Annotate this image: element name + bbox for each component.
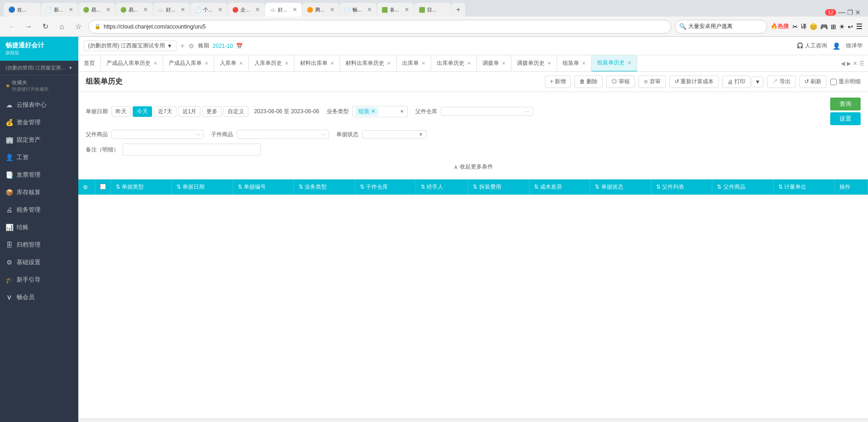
menu-icon[interactable]: ☰ — [856, 22, 862, 31]
tab-inbound-history[interactable]: 入库单历史 ✕ — [249, 55, 294, 72]
grid-icon[interactable]: ⊞ — [831, 23, 836, 30]
th-order-status[interactable]: ⇅ 单据状态 — [590, 179, 651, 195]
plus-icon[interactable]: + — [180, 42, 184, 50]
custom-date-btn[interactable]: 自定义 — [223, 106, 248, 117]
print-dropdown-btn[interactable]: ▼ — [751, 76, 763, 87]
tab-close-6[interactable]: ✕ — [387, 61, 391, 66]
new-tab-btn[interactable]: + — [452, 3, 465, 17]
th-checkbox[interactable] — [95, 179, 111, 195]
game-icon[interactable]: 🎮 — [820, 23, 828, 30]
forward-btn[interactable]: → — [22, 20, 35, 33]
prev-tab-btn[interactable]: ◀ — [841, 60, 845, 67]
browser-tab-6[interactable]: 📄 个... ✕ — [190, 3, 227, 17]
th-number[interactable]: ⇅ 单据编号 — [233, 179, 294, 195]
favorites-section[interactable]: ★ 收藏夹 快捷键打开收藏夹 — [0, 75, 78, 96]
menu-item-tax[interactable]: 🖨 税务管理 — [0, 201, 78, 219]
tab-assembly-history[interactable]: 组装单历史 ✕ — [592, 55, 637, 72]
tab-assembly[interactable]: 组装单 ✕ — [557, 55, 592, 72]
tab-close-4[interactable]: ✕ — [285, 61, 288, 66]
delete-btn[interactable]: 🗑 删除 — [575, 75, 603, 88]
menu-item-vip[interactable]: V 畅会员 — [0, 289, 78, 306]
menu-item-archive[interactable]: 🗄 归档管理 — [0, 236, 78, 254]
th-type[interactable]: ⇅ 单据类型 — [111, 179, 172, 195]
th-handler[interactable]: ⇅ 经手人 — [416, 179, 468, 195]
period-selector[interactable]: 账期 2021-10 📅 — [198, 42, 243, 50]
menu-item-fixed-assets[interactable]: 🏢 固定资产 — [0, 131, 78, 149]
home-btn[interactable]: ⌂ — [55, 20, 68, 33]
th-cost-diff[interactable]: ⇅ 成本差异 — [529, 179, 590, 195]
tab-material-out[interactable]: 材料出库单 ✕ — [294, 55, 340, 72]
brightness-icon[interactable]: ☀ — [839, 23, 845, 30]
th-parent-list[interactable]: ⇅ 父件列表 — [651, 179, 712, 195]
browser-tab-11[interactable]: 🟩 各... ✕ — [377, 3, 414, 17]
order-status-arrow[interactable]: ▼ — [418, 132, 423, 137]
next-tab-btn[interactable]: ▶ — [847, 60, 851, 67]
browser-tab-3[interactable]: 🟢 易... ✕ — [78, 3, 115, 17]
tab-product-in-history[interactable]: 产成品入库单历史 ✕ — [101, 55, 163, 72]
scissors-icon[interactable]: ✂ — [792, 23, 798, 30]
reload-btn[interactable]: ↻ — [39, 20, 52, 33]
browser-tab-12[interactable]: 🟩 目... — [414, 3, 451, 17]
tab-close-1[interactable]: ✕ — [153, 61, 157, 66]
audit-btn[interactable]: ◎ 审核 — [606, 75, 634, 88]
refresh-btn[interactable]: ↺ 刷新 — [799, 75, 827, 88]
child-goods-more[interactable]: ··· — [321, 131, 326, 138]
tab-close-5[interactable]: ✕ — [330, 61, 334, 66]
parent-goods-input[interactable] — [115, 131, 194, 138]
tab-close-12[interactable]: ✕ — [628, 60, 631, 65]
menu-item-invoice[interactable]: 📑 发票管理 — [0, 166, 78, 184]
browser-tab-4[interactable]: 🟢 易... ✕ — [116, 3, 152, 17]
tab-inbound[interactable]: 入库单 ✕ — [214, 55, 249, 72]
company-dropdown-icon[interactable]: ▼ — [68, 65, 73, 70]
collapse-btn[interactable]: ∧ 收起更多条件 — [86, 160, 861, 173]
browser-tab-7[interactable]: 🔴 企... ✕ — [228, 3, 264, 17]
tab-close-10[interactable]: ✕ — [547, 61, 551, 66]
browser-tab-5[interactable]: ☁️ 好... ✕ — [153, 3, 190, 17]
browser-tab-1[interactable]: 🔵 在... — [4, 3, 41, 17]
horizontal-scrollbar[interactable] — [78, 418, 868, 422]
menu-item-fund[interactable]: 💰 资金管理 — [0, 114, 78, 131]
biz-type-tag-close[interactable]: ✕ — [371, 108, 375, 115]
close-tab-btn[interactable]: ✕ — [853, 60, 857, 67]
th-child-warehouse[interactable]: ⇅ 子件仓库 — [355, 179, 416, 195]
th-settings[interactable]: ⚙ — [78, 179, 95, 195]
child-goods-input[interactable] — [240, 131, 319, 138]
consult-btn[interactable]: 🎧 人工咨询 — [797, 42, 827, 50]
url-bar[interactable]: 🔒 https://cloud.chanjet.com/accounting/u… — [88, 20, 671, 34]
parent-goods-more[interactable]: ··· — [196, 131, 200, 138]
menu-item-cloud-report[interactable]: ☁ 云报表中心 — [0, 96, 78, 114]
new-btn[interactable]: + 新增 — [545, 75, 571, 88]
recalc-btn[interactable]: ↺ 重新计算成本 — [669, 75, 719, 88]
tab-material-out-history[interactable]: 材料出库单历史 ✕ — [340, 55, 397, 72]
close-window-btn[interactable]: ✕ — [855, 9, 861, 16]
show-detail-toggle[interactable]: 显示明细 — [830, 78, 861, 86]
menu-item-guide[interactable]: 🎓 新手引导 — [0, 271, 78, 289]
browser-tab-9[interactable]: 🟠 腾... ✕ — [302, 3, 339, 17]
tab-close-9[interactable]: ✕ — [502, 61, 505, 66]
show-detail-checkbox[interactable] — [830, 79, 837, 85]
tab-close-2[interactable]: ✕ — [205, 61, 208, 66]
tab-transfer[interactable]: 调拨单 ✕ — [477, 55, 511, 72]
biz-type-dropdown-arrow[interactable]: ▼ — [399, 109, 405, 114]
abandon-btn[interactable]: ⊙ 弃审 — [639, 75, 666, 88]
maximize-btn[interactable]: ❐ — [847, 9, 853, 16]
translate-icon[interactable]: 译 — [801, 23, 807, 31]
back-btn[interactable]: ← — [6, 20, 18, 33]
tab-transfer-history[interactable]: 调拨单历史 ✕ — [511, 55, 557, 72]
tab-close-7[interactable]: ✕ — [422, 61, 425, 66]
th-biz-type[interactable]: ⇅ 业务类型 — [294, 179, 355, 195]
yesterday-btn[interactable]: 昨天 — [111, 106, 131, 117]
menu-item-closing[interactable]: 📊 结账 — [0, 219, 78, 236]
more-date-btn[interactable]: 更多 — [202, 106, 222, 117]
th-unit[interactable]: ⇅ 计量单位 — [774, 179, 835, 195]
menu-item-settings[interactable]: ⚙ 基础设置 — [0, 254, 78, 271]
tab-close-11[interactable]: ✕ — [582, 61, 586, 66]
menu-item-inventory[interactable]: 📦 库存核算 — [0, 184, 78, 201]
menu-item-payroll[interactable]: 👤 工资 — [0, 149, 78, 166]
browser-tab-10[interactable]: ✉️ 畅... ✕ — [340, 3, 376, 17]
last7-btn[interactable]: 近7天 — [154, 106, 176, 117]
note-input[interactable] — [123, 144, 261, 156]
select-all-checkbox[interactable] — [100, 184, 106, 190]
parent-warehouse-more[interactable]: ··· — [525, 108, 530, 115]
tab-close-8[interactable]: ✕ — [467, 61, 471, 66]
